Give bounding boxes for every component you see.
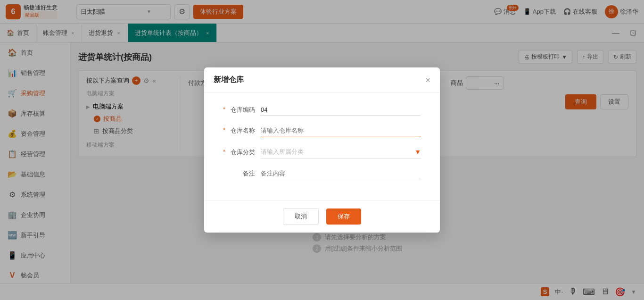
warehouse-code-input[interactable] [261, 104, 421, 116]
category-dropdown-icon: ▼ [414, 148, 421, 156]
form-row-name: 仓库名称 [223, 125, 421, 136]
warehouse-note-input[interactable] [261, 168, 421, 179]
form-row-code: 仓库编码 [223, 104, 421, 116]
dialog-title: 新增仓库 [214, 75, 244, 85]
dialog-footer: 取消 保存 [204, 200, 440, 233]
save-button[interactable]: 保存 [326, 208, 361, 225]
code-label: 仓库编码 [223, 106, 261, 114]
name-label: 仓库名称 [223, 126, 261, 135]
dialog-overlay[interactable]: 新增仓库 × 仓库编码 仓库名称 仓库分类 请输入所属分类 ▼ [0, 0, 644, 300]
category-label: 仓库分类 [223, 148, 261, 157]
cancel-button[interactable]: 取消 [283, 208, 319, 225]
note-label: 备注 [223, 169, 261, 178]
dialog-body: 仓库编码 仓库名称 仓库分类 请输入所属分类 ▼ 备注 [204, 93, 440, 200]
dialog-close-button[interactable]: × [425, 76, 430, 84]
warehouse-name-input[interactable] [261, 125, 421, 136]
form-row-category: 仓库分类 请输入所属分类 ▼ [223, 146, 421, 158]
warehouse-category-select[interactable]: 请输入所属分类 ▼ [261, 146, 421, 158]
form-row-note: 备注 [223, 168, 421, 179]
new-warehouse-dialog: 新增仓库 × 仓库编码 仓库名称 仓库分类 请输入所属分类 ▼ [204, 67, 440, 233]
category-placeholder: 请输入所属分类 [261, 148, 304, 156]
dialog-header: 新增仓库 × [204, 67, 440, 93]
